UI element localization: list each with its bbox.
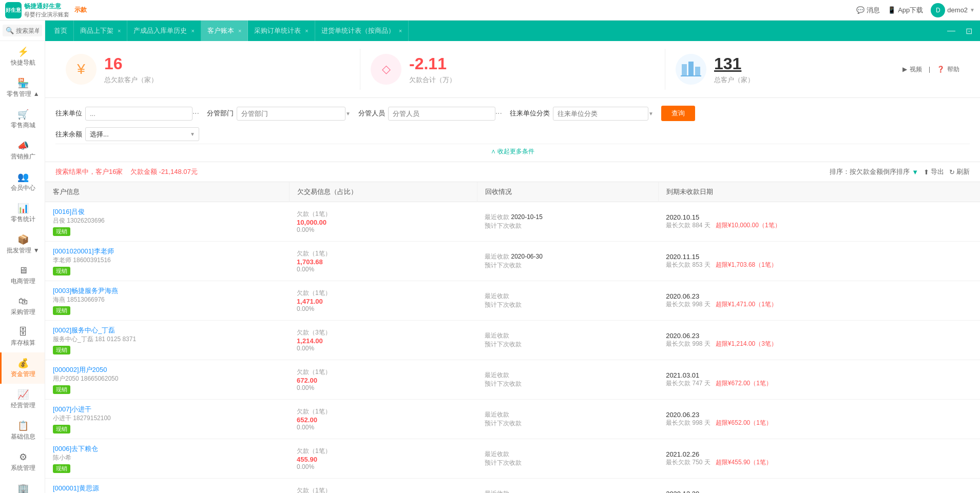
- sidebar-item-retail-store[interactable]: 🛒 零售商城: [0, 104, 45, 135]
- collect-info: 最近收款: [485, 371, 650, 380]
- customer-link[interactable]: [000002]用户2050: [53, 366, 107, 373]
- sidebar-item-quick-nav[interactable]: ⚡ 快捷导航: [0, 41, 45, 72]
- tab-goods-on-off[interactable]: 商品上下架 ×: [74, 21, 127, 41]
- sidebar-item-basic-info[interactable]: 📋 基础信息: [0, 415, 45, 446]
- sidebar-item-batch-mgmt[interactable]: 📦 批发管理 ▼: [0, 229, 45, 260]
- message-btn[interactable]: 💬 消息: [856, 6, 880, 15]
- category-arrow-icon[interactable]: ▼: [648, 111, 654, 116]
- debt-amount[interactable]: 1,471.00: [297, 298, 469, 305]
- sidebar-item-member[interactable]: 👥 会员中心: [0, 166, 45, 198]
- customer-link[interactable]: [0003]畅捷服务尹海燕: [53, 287, 118, 294]
- results-actions: 排序：按欠款金额倒序排序 ▼ ⬆ 导出 ↻ 刷新: [830, 167, 970, 176]
- debt-count: 欠款（1笔）: [297, 368, 469, 377]
- customer-link[interactable]: [0016]吕俊: [53, 208, 85, 215]
- tab-home[interactable]: 首页: [48, 21, 74, 41]
- refresh-btn[interactable]: ↻ 刷新: [949, 167, 970, 176]
- customer-name: [0002]服务中心_丁磊: [53, 326, 281, 335]
- batch-mgmt-icon: 📦: [17, 234, 29, 245]
- tab-product-history[interactable]: 产成品入库单历史 ×: [127, 21, 201, 41]
- due-date-cell: 2020.06.23 最长欠款 998 天 超限¥1,214.00（3笔）: [658, 321, 980, 360]
- debt-ratio: 0.00%: [297, 424, 469, 431]
- search-input[interactable]: [16, 27, 39, 34]
- sidebar-item-stock-check[interactable]: 🗄 库存核算: [0, 322, 45, 352]
- sidebar-item-ecommerce[interactable]: 🖥 电商管理: [0, 260, 45, 291]
- overdue-amount-link[interactable]: 超限¥652.00（1笔）: [716, 419, 772, 426]
- dept-arrow-icon[interactable]: ▼: [345, 111, 351, 116]
- debt-amount[interactable]: 10,000.00: [297, 219, 469, 226]
- vendor-filter: 往来单位 ···: [55, 107, 199, 121]
- overdue-amount-link[interactable]: 超限¥672.00（1笔）: [716, 380, 772, 387]
- debt-amount[interactable]: 1,703.68: [297, 258, 469, 266]
- tab-customer-account[interactable]: 客户账本 ×: [201, 21, 248, 41]
- debt-ratio: 0.00%: [297, 226, 469, 233]
- sidebar-item-marketing[interactable]: 📣 营销推广: [0, 135, 45, 166]
- customer-link[interactable]: [0006]去下粮仓: [53, 445, 98, 452]
- sidebar-item-purchase[interactable]: 🛍 采购管理: [0, 291, 45, 322]
- tab-close-goods[interactable]: ×: [118, 28, 121, 34]
- basic-info-icon: 📋: [17, 420, 29, 431]
- tab-close-import[interactable]: ×: [399, 28, 402, 34]
- vendor-input[interactable]: [85, 107, 193, 121]
- debt-amount[interactable]: 455.90: [297, 456, 469, 463]
- tab-close-product[interactable]: ×: [191, 28, 194, 34]
- next-collect-label: 预计下次收款: [485, 380, 522, 387]
- search-button[interactable]: 查询: [661, 106, 695, 121]
- tab-minimize-btn[interactable]: —: [942, 26, 960, 35]
- sort-arrow-icon[interactable]: ▼: [912, 168, 918, 176]
- next-collect-info: 预计下次收款: [485, 261, 650, 270]
- user-menu[interactable]: D demo2 ▼: [931, 3, 975, 17]
- operation-icon: 📈: [17, 389, 29, 400]
- overdue-amount-link[interactable]: 超限¥1,214.00（3笔）: [716, 340, 777, 347]
- customer-link[interactable]: [0002]服务中心_丁磊: [53, 326, 115, 334]
- person-dots-icon[interactable]: ···: [495, 109, 502, 118]
- tab-close-purchase[interactable]: ×: [305, 28, 308, 34]
- overdue-amount-link[interactable]: 超限¥1,703.68（1笔）: [716, 261, 777, 268]
- app-download-btn[interactable]: 📱 App下载: [888, 6, 923, 15]
- view-label[interactable]: 视频: [910, 65, 922, 74]
- debt-amount[interactable]: 672.00: [297, 377, 469, 384]
- collect-label: 最近收款: [485, 253, 509, 260]
- debt-count: 欠款（1笔）: [297, 447, 469, 456]
- tab-maximize-btn[interactable]: ⊡: [960, 26, 977, 36]
- category-input[interactable]: [553, 107, 648, 121]
- tab-purchase-order[interactable]: 采购订单统计表 ×: [248, 21, 315, 41]
- total-customers-num: 131: [714, 54, 754, 73]
- summary-card-actions: ▶ 视频 | ❓ 帮助: [902, 65, 959, 74]
- customer-link[interactable]: [000001]黄思源: [53, 484, 99, 492]
- phone-icon: 📱: [888, 6, 896, 14]
- expand-label[interactable]: 示款: [74, 6, 87, 14]
- customer-link[interactable]: [0001020001]李老师: [53, 247, 114, 255]
- vendor-input-wrap: ···: [85, 107, 199, 121]
- customer-phone: 吕俊 13026203696: [53, 216, 281, 225]
- overdue-amount-link[interactable]: 超限¥10,000.00（1笔）: [716, 222, 781, 229]
- overdue-amount-link[interactable]: 超限¥455.90（1笔）: [716, 459, 772, 466]
- overdue-amount-link[interactable]: 超限¥1,471.00（1笔）: [716, 301, 777, 308]
- collect-status-cell: 最近收款 预计下次收款: [477, 281, 658, 321]
- debt-amount[interactable]: 1,214.00: [297, 337, 469, 345]
- results-bar: 搜索结果中，客户16家 欠款金额 -21,148.07元 排序：按欠款金额倒序排…: [45, 162, 980, 182]
- collapse-bar[interactable]: ∧ 收起更多条件: [55, 144, 970, 159]
- debt-amount[interactable]: 652.00: [297, 416, 469, 424]
- search-icon: 🔍: [6, 27, 14, 34]
- vendor-dots-icon[interactable]: ···: [193, 109, 199, 118]
- tab-import-stats[interactable]: 进货单统计表（按商品） ×: [315, 21, 409, 41]
- export-btn[interactable]: ⬆ 导出: [924, 167, 944, 176]
- customer-link[interactable]: [0007]小进干: [53, 405, 91, 413]
- sidebar-item-enterprise[interactable]: 🏢 企业协同: [0, 478, 45, 493]
- collect-status-cell: 最近收款 2020-10-15 预计下次收款: [477, 202, 658, 242]
- debt-count: 欠款（1笔）: [297, 486, 469, 493]
- customer-phone: 小进干 18279152100: [53, 414, 281, 423]
- help-label[interactable]: 帮助: [947, 65, 959, 74]
- top-bar: 好生意 畅捷通好生意 母婴行业演示账套 示款 💬 消息 📱 App下载 D de…: [0, 0, 980, 21]
- sidebar-item-system[interactable]: ⚙ 系统管理: [0, 446, 45, 478]
- sidebar-item-operation[interactable]: 📈 经营管理: [0, 384, 45, 415]
- tab-close-customer[interactable]: ×: [238, 28, 241, 34]
- dept-input[interactable]: [237, 107, 345, 121]
- debt-info-cell: 欠款（3笔） 1,214.00 0.00%: [289, 321, 477, 360]
- person-input[interactable]: [388, 107, 495, 121]
- dept-filter: 分管部门 ▼: [207, 107, 351, 121]
- sidebar-item-retail-mgmt[interactable]: 🏪 零售管理 ▲: [0, 72, 45, 104]
- balance-select[interactable]: 选择...: [85, 127, 199, 141]
- sidebar-item-retail-stats[interactable]: 📊 零售统计: [0, 198, 45, 229]
- sidebar-item-fund-mgmt[interactable]: 💰 资金管理: [0, 352, 45, 384]
